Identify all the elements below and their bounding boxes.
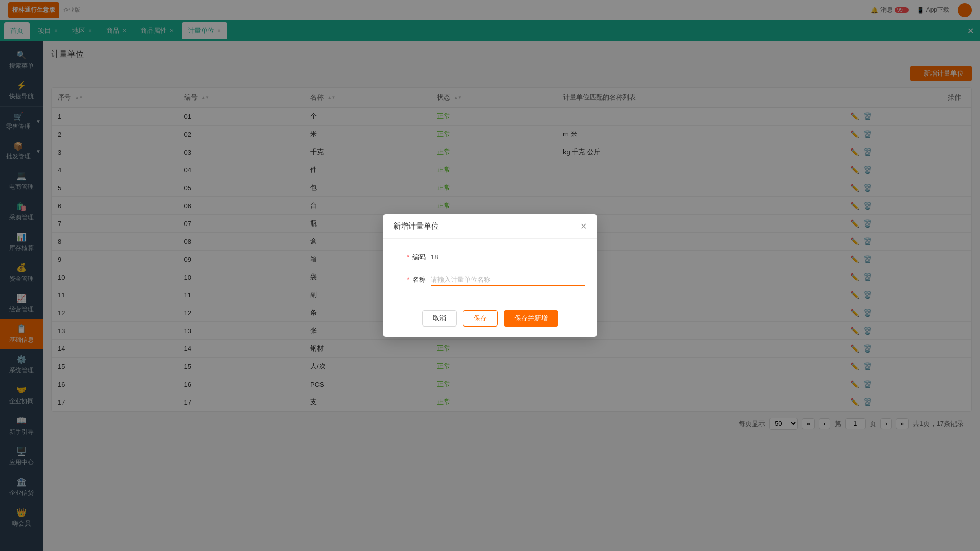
save-new-button[interactable]: 保存并新增 bbox=[504, 310, 558, 327]
code-input[interactable] bbox=[431, 251, 585, 263]
modal: 新增计量单位 ✕ * 编码 * 名称 取消 保存 保存并新增 bbox=[383, 214, 597, 337]
modal-close-btn[interactable]: ✕ bbox=[580, 221, 587, 231]
name-label: * 名称 bbox=[395, 275, 426, 284]
name-input[interactable] bbox=[431, 273, 585, 286]
modal-overlay: 新增计量单位 ✕ * 编码 * 名称 取消 保存 保存并新增 bbox=[0, 0, 980, 551]
code-label: * 编码 bbox=[395, 253, 426, 262]
modal-title: 新增计量单位 bbox=[393, 221, 439, 231]
save-button[interactable]: 保存 bbox=[463, 310, 498, 327]
name-required-mark: * bbox=[407, 276, 409, 283]
modal-body: * 编码 * 名称 bbox=[383, 239, 597, 304]
form-item-code: * 编码 bbox=[395, 251, 585, 263]
modal-header: 新增计量单位 ✕ bbox=[383, 214, 597, 239]
modal-footer: 取消 保存 保存并新增 bbox=[383, 304, 597, 337]
cancel-button[interactable]: 取消 bbox=[422, 310, 457, 327]
form-item-name: * 名称 bbox=[395, 273, 585, 286]
code-required-mark: * bbox=[407, 253, 409, 261]
